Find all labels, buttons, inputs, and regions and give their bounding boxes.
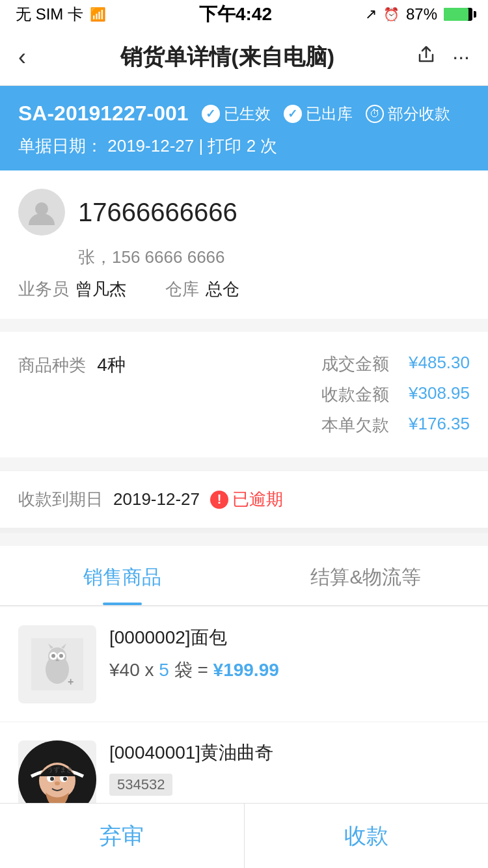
customer-section: 17666666666 张，156 6666 6666 业务员 曾凡杰 仓库 总… xyxy=(0,170,488,319)
badge-active: ✓ 已生效 xyxy=(202,103,271,124)
product-price-1: ¥40 x 5 袋 = ¥199.99 xyxy=(109,658,470,683)
status-time: 下午4:42 xyxy=(199,2,272,27)
nav-bar: ‹ 销货单详情(来自电脑) ··· xyxy=(0,29,488,86)
product-info-1: [0000002]面包 ¥40 x 5 袋 = ¥199.99 xyxy=(109,625,470,683)
svg-point-6 xyxy=(51,654,55,658)
overdue-icon: ! xyxy=(210,491,228,509)
check-icon-1: ✓ xyxy=(202,105,220,123)
customer-row: 17666666666 xyxy=(18,189,470,236)
due-section: 收款到期日 2019-12-27 ! 已逾期 xyxy=(0,470,488,533)
stats-left: 商品种类 4种 xyxy=(18,353,126,377)
avatar xyxy=(18,189,65,236)
svg-point-16 xyxy=(50,777,54,781)
warehouse-item: 仓库 总仓 xyxy=(165,278,239,301)
nav-title: 销货单详情(来自电脑) xyxy=(39,42,416,72)
cancel-button[interactable]: 弃审 xyxy=(0,804,245,868)
check-icon-2: ✓ xyxy=(284,105,302,123)
received-row: 收款金额 ¥308.95 xyxy=(321,383,470,406)
tabs-section: 销售商品 结算&物流等 xyxy=(0,546,488,606)
svg-point-17 xyxy=(63,777,67,781)
stats-right: 成交金额 ¥485.30 收款金额 ¥308.95 本单欠款 ¥176.35 xyxy=(321,353,470,437)
svg-text:+: + xyxy=(68,676,74,687)
product-kinds-value: 4种 xyxy=(97,355,126,375)
product-name-2: [00040001]黄油曲奇 xyxy=(109,740,470,765)
order-date: 2019-12-27 xyxy=(107,136,194,156)
overdue-text: 已逾期 xyxy=(232,488,283,511)
badge-shipped: ✓ 已出库 xyxy=(284,103,353,124)
tab-sales-products[interactable]: 销售商品 xyxy=(0,546,244,605)
order-id: SA-20191227-001 xyxy=(18,102,189,126)
banner-row1: SA-20191227-001 ✓ 已生效 ✓ 已出库 ⏱ 部分收款 xyxy=(18,102,470,126)
owed-label: 本单欠款 xyxy=(321,414,389,437)
more-button[interactable]: ··· xyxy=(452,45,470,69)
back-button[interactable]: ‹ xyxy=(18,44,26,71)
due-date-value: 2019-12-27 xyxy=(113,489,200,509)
status-left: 无 SIM 卡 📶 xyxy=(16,4,106,25)
owed-row: 本单欠款 ¥176.35 xyxy=(321,414,470,437)
print-info: | 打印 2 次 xyxy=(198,136,277,156)
overdue-badge: ! 已逾期 xyxy=(210,488,283,511)
due-label: 收款到期日 xyxy=(18,488,103,511)
product-item-1: + [0000002]面包 ¥40 x 5 袋 = ¥199.99 xyxy=(0,607,488,722)
total-1: ¥199.99 xyxy=(213,660,279,680)
header-banner: SA-20191227-001 ✓ 已生效 ✓ 已出库 ⏱ 部分收款 单据日期：… xyxy=(0,86,488,170)
unit-1: 袋 xyxy=(174,660,193,680)
product-kinds-label: 商品种类 xyxy=(18,355,86,375)
alarm-icon: ⏰ xyxy=(383,7,400,22)
owed-value: ¥176.35 xyxy=(409,414,470,437)
svg-point-7 xyxy=(59,654,63,658)
nav-actions: ··· xyxy=(416,44,470,70)
received-value: ¥308.95 xyxy=(409,383,470,406)
customer-phone: 17666666666 xyxy=(78,198,237,227)
warehouse-value: 总仓 xyxy=(206,278,239,301)
bottom-bar: 弃审 收款 xyxy=(0,803,488,868)
salesperson-item: 业务员 曾凡杰 xyxy=(18,278,126,301)
svg-text:うずまき: うずまき xyxy=(47,766,73,774)
warehouse-label: 仓库 xyxy=(165,278,199,301)
battery-icon xyxy=(444,8,472,21)
svg-point-18 xyxy=(55,781,60,785)
received-label: 收款金额 xyxy=(321,383,389,406)
location-icon: ↗ xyxy=(365,6,377,23)
eq-1: = xyxy=(197,660,213,680)
salesperson-value: 曾凡杰 xyxy=(75,278,126,301)
badge-partial: ⏱ 部分收款 xyxy=(366,103,450,124)
product-name-1: [0000002]面包 xyxy=(109,625,470,650)
carrier-label: 无 SIM 卡 xyxy=(16,4,83,25)
stats-section: 商品种类 4种 成交金额 ¥485.30 收款金额 ¥308.95 本单欠款 ¥… xyxy=(0,332,488,457)
customer-meta: 业务员 曾凡杰 仓库 总仓 xyxy=(18,278,470,301)
date-label: 单据日期： xyxy=(18,136,103,156)
share-button[interactable] xyxy=(416,44,437,70)
clock-icon: ⏱ xyxy=(366,105,384,123)
confirm-button[interactable]: 收款 xyxy=(245,804,489,868)
trans-amount-row: 成交金额 ¥485.30 xyxy=(321,353,470,375)
salesperson-label: 业务员 xyxy=(18,278,69,301)
mult-1: x xyxy=(145,660,159,680)
product-thumb-1: + xyxy=(18,625,96,703)
qty-1: 5 xyxy=(159,660,169,680)
wifi-icon: 📶 xyxy=(90,7,106,22)
tab-settlement[interactable]: 结算&物流等 xyxy=(244,546,488,605)
battery-percent: 87% xyxy=(406,5,437,23)
product-tag-2: 534532 xyxy=(109,774,172,796)
trans-amount-label: 成交金额 xyxy=(321,353,389,375)
trans-amount-value: ¥485.30 xyxy=(409,353,470,375)
status-bar: 无 SIM 卡 📶 下午4:42 ↗ ⏰ 87% xyxy=(0,0,488,29)
customer-subinfo: 张，156 6666 6666 xyxy=(18,246,470,269)
banner-date-row: 单据日期： 2019-12-27 | 打印 2 次 xyxy=(18,135,470,157)
price-1: ¥40 xyxy=(109,660,140,680)
status-right: ↗ ⏰ 87% xyxy=(365,5,472,23)
